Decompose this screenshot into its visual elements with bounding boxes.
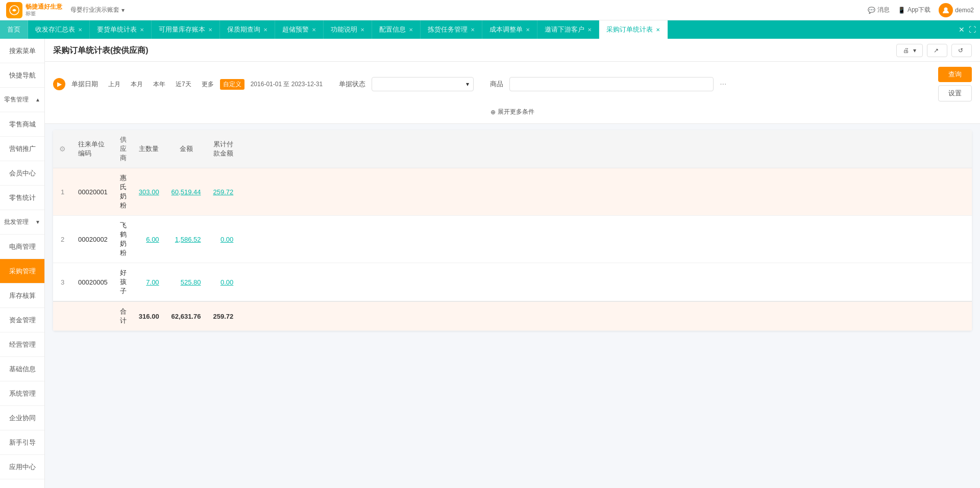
tab-close-inventory-ledger[interactable]: ✕ xyxy=(208,27,212,33)
table-row: 1 00020001 惠氏奶粉 303.00 60,519.44 259.72 xyxy=(53,168,972,216)
tab-close-expiry-query[interactable]: ✕ xyxy=(263,27,267,33)
row-amount-1[interactable]: 60,519.44 xyxy=(165,168,207,216)
footer-paid: 259.72 xyxy=(207,301,239,331)
sidebar-item-basic-info[interactable]: 基础信息 xyxy=(0,357,44,381)
main-content: 采购订单统计表(按供应商) 🖨 ▾ ↗ ↺ ▶ xyxy=(45,39,980,488)
sidebar-item-wholesale[interactable]: 批发管理 ▼ xyxy=(0,210,44,235)
expand-tabs-button[interactable]: ⛶ xyxy=(969,25,976,34)
row-supplier-1: 惠氏奶粉 xyxy=(114,168,133,216)
sidebar-item-enterprise[interactable]: 企业协同 xyxy=(0,406,44,430)
row-paid-1[interactable]: 259.72 xyxy=(207,168,239,216)
sidebar-item-retail[interactable]: 零售管理 ▲ xyxy=(0,88,44,112)
sidebar-item-inventory[interactable]: 库存核算 xyxy=(0,284,44,308)
filter-toggle-button[interactable]: ▶ xyxy=(53,78,65,90)
avatar xyxy=(939,3,953,17)
sidebar-item-retail-stats[interactable]: 零售统计 xyxy=(0,186,44,210)
col-quantity: 主数量 xyxy=(133,130,165,168)
refresh-button[interactable]: ↺ xyxy=(951,44,972,57)
shortcut-7days[interactable]: 近7天 xyxy=(172,79,195,90)
sidebar-item-operations[interactable]: 经营管理 xyxy=(0,332,44,357)
sidebar: 搜索菜单 快捷导航 零售管理 ▲ 零售商城 营销推广 会员中心 零售统计 批发管… xyxy=(0,39,45,488)
tab-close-purchase[interactable]: ✕ xyxy=(656,27,660,33)
col-amount: 金额 xyxy=(165,130,207,168)
shortcut-more[interactable]: 更多 xyxy=(198,79,218,90)
close-all-tabs-button[interactable]: ✕ xyxy=(959,25,965,34)
sidebar-item-ecommerce[interactable]: 电商管理 xyxy=(0,235,44,259)
tab-close-overstock[interactable]: ✕ xyxy=(312,27,316,33)
app-download-button[interactable]: 📱 App下载 xyxy=(898,6,930,14)
table-body: 1 00020001 惠氏奶粉 303.00 60,519.44 259.72 … xyxy=(53,168,972,302)
tab-function-desc[interactable]: 功能说明 ✕ xyxy=(324,20,372,39)
sidebar-item-purchase[interactable]: 采购管理 xyxy=(0,259,44,284)
tab-close-receive-summary[interactable]: ✕ xyxy=(78,27,82,33)
sidebar-item-finance[interactable]: 资金管理 xyxy=(0,308,44,332)
logo-text: 畅捷通好生意 标签 xyxy=(26,3,62,16)
shortcut-this-month[interactable]: 本月 xyxy=(127,79,147,90)
tab-close-function[interactable]: ✕ xyxy=(360,27,364,33)
row-quantity-1[interactable]: 303.00 xyxy=(133,168,165,216)
row-amount-2[interactable]: 1,586.52 xyxy=(165,216,207,263)
tab-invite-downstream[interactable]: 邀请下游客户 ✕ xyxy=(537,20,599,39)
sidebar-item-new-guide[interactable]: 新手引导 xyxy=(0,430,44,455)
settings-button[interactable]: 设置 xyxy=(938,85,972,101)
header-actions: 🖨 ▾ ↗ ↺ xyxy=(896,44,972,57)
tab-purchase-summary[interactable]: 采购订单统计表 ✕ xyxy=(599,20,668,39)
export-icon: ↗ xyxy=(934,47,939,54)
sidebar-item-quick-nav[interactable]: 快捷导航 xyxy=(0,63,44,88)
goods-input[interactable] xyxy=(509,77,714,91)
shortcut-last-month[interactable]: 上月 xyxy=(104,79,125,90)
data-table: ⚙ 往来单位编码 供应商 主数量 金额 累计付款金额 1 00020001 xyxy=(53,130,972,331)
shortcut-this-year[interactable]: 本年 xyxy=(149,79,169,90)
tab-config-info[interactable]: 配置信息 ✕ xyxy=(372,20,421,39)
tab-receive-summary[interactable]: 收发存汇总表 ✕ xyxy=(28,20,90,39)
status-label: 单据状态 xyxy=(339,80,365,89)
messages-button[interactable]: 💬 消息 xyxy=(868,6,890,14)
tab-close-pick[interactable]: ✕ xyxy=(471,27,475,33)
sidebar-item-member[interactable]: 会员中心 xyxy=(0,161,44,186)
row-quantity-2[interactable]: 6.00 xyxy=(133,216,165,263)
message-icon: 💬 xyxy=(868,7,875,14)
sidebar-item-marketing[interactable]: 营销推广 xyxy=(0,137,44,161)
export-button[interactable]: ↗ xyxy=(927,44,947,57)
wholesale-expand-icon: ▼ xyxy=(35,219,40,225)
sidebar-item-search[interactable]: 搜索菜单 xyxy=(0,39,44,63)
row-supplier-3: 好孩子 xyxy=(114,263,133,302)
top-bar: 畅捷通好生意 标签 母婴行业演示账套 ▾ 💬 消息 📱 App下载 demo2 xyxy=(0,0,980,20)
table-row: 3 00020005 好孩子 7.00 525.80 0.00 xyxy=(53,263,972,302)
tab-inventory-ledger[interactable]: 可用量库存账本 ✕ xyxy=(152,20,220,39)
column-settings-icon[interactable]: ⚙ xyxy=(59,145,66,153)
sidebar-item-app-center[interactable]: 应用中心 xyxy=(0,455,44,479)
sidebar-item-system[interactable]: 系统管理 xyxy=(0,381,44,406)
row-code-2: 00020002 xyxy=(72,216,114,263)
tab-overstock-alert[interactable]: 超储预警 ✕ xyxy=(275,20,324,39)
shortcut-custom[interactable]: 自定义 xyxy=(220,79,244,90)
print-button[interactable]: 🖨 ▾ xyxy=(896,44,923,57)
sidebar-item-retail-shop[interactable]: 零售商城 xyxy=(0,112,44,137)
goods-more-icon[interactable]: ··· xyxy=(720,80,726,89)
status-select[interactable]: ▾ xyxy=(372,77,474,91)
row-paid-2[interactable]: 0.00 xyxy=(207,216,239,263)
expand-more-button[interactable]: ⊕ 展开更多条件 xyxy=(486,106,538,118)
query-button[interactable]: 查询 xyxy=(938,67,972,82)
table-container: ⚙ 往来单位编码 供应商 主数量 金额 累计付款金额 1 00020001 xyxy=(45,124,980,488)
workspace-selector[interactable]: 母婴行业演示账套 ▾ xyxy=(66,4,129,16)
tab-pick-task[interactable]: 拣货任务管理 ✕ xyxy=(421,20,482,39)
tab-home[interactable]: 首页 xyxy=(0,20,28,39)
sidebar-item-enterprise-wechat[interactable]: 企业微信 xyxy=(0,479,44,488)
tab-close-config[interactable]: ✕ xyxy=(409,27,413,33)
user-area[interactable]: demo2 xyxy=(939,3,974,17)
tab-close-cost[interactable]: ✕ xyxy=(526,27,530,33)
tab-cost-adjust[interactable]: 成本调整单 ✕ xyxy=(482,20,537,39)
row-seq-3: 3 xyxy=(53,263,72,302)
footer-amount: 62,631.76 xyxy=(165,301,207,331)
tab-close-invite[interactable]: ✕ xyxy=(587,27,592,33)
row-amount-3[interactable]: 525.80 xyxy=(165,263,207,302)
tab-order-summary[interactable]: 要货单统计表 ✕ xyxy=(90,20,152,39)
row-quantity-3[interactable]: 7.00 xyxy=(133,263,165,302)
date-range: 2016-01-01 至 2023-12-31 xyxy=(251,80,323,89)
top-bar-left: 畅捷通好生意 标签 母婴行业演示账套 ▾ xyxy=(6,2,129,18)
tab-close-order-summary[interactable]: ✕ xyxy=(140,27,144,33)
row-paid-3[interactable]: 0.00 xyxy=(207,263,239,302)
row-seq-2: 2 xyxy=(53,216,72,263)
tab-expiry-query[interactable]: 保质期查询 ✕ xyxy=(220,20,275,39)
